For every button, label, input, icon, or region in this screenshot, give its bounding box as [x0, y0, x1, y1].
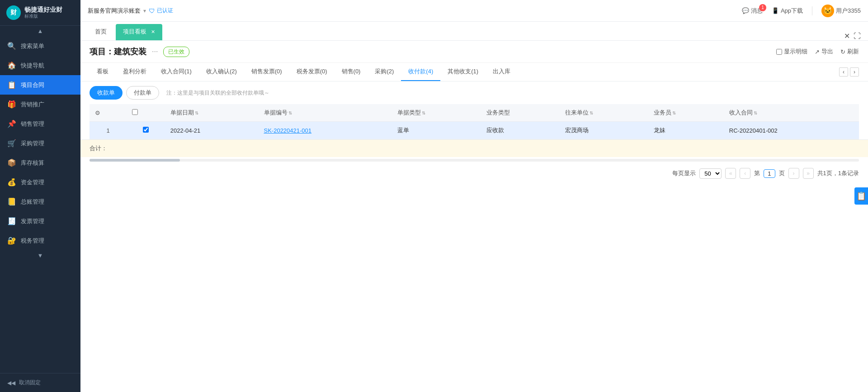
shoukuandan-button[interactable]: 收款单	[90, 86, 123, 100]
current-page-input[interactable]: 1	[764, 169, 775, 178]
sub-tab-1[interactable]: 盈利分析	[116, 63, 154, 81]
tab-close-icon[interactable]: ✕	[151, 29, 155, 34]
sidebar-item-4[interactable]: 📌 销售管理	[0, 114, 80, 134]
refresh-button[interactable]: ↻ 刷新	[840, 48, 859, 56]
first-page-button[interactable]: «	[725, 168, 736, 179]
col-number: 单据编号⇅	[259, 104, 392, 122]
demo-account-label: 新服务官网演示账套	[88, 7, 141, 15]
pagination: 每页显示 50 « ‹ 第 1 页 › » 共1页，1条记录	[80, 163, 868, 183]
certified-label: 已认证	[157, 7, 173, 14]
sub-tab-nav-right[interactable]: ›	[850, 67, 859, 76]
per-page-select[interactable]: 50	[699, 168, 722, 179]
sidebar-label-3: 营销推广	[21, 100, 44, 109]
row-checkbox-cell	[127, 122, 165, 139]
sidebar-item-2[interactable]: 📋 项目合同	[0, 75, 80, 95]
row-type: 蓝单	[392, 122, 481, 139]
sidebar-label-2: 项目合同	[21, 81, 44, 89]
show-detail-checkbox[interactable]: 显示明细	[776, 48, 807, 56]
row-number-link[interactable]: SK-20220421-001	[264, 127, 312, 134]
row-number: SK-20220421-001	[259, 122, 392, 139]
last-page-button[interactable]: »	[803, 168, 814, 179]
sub-tab-8[interactable]: 收付款(4)	[401, 63, 440, 81]
section-bar: 收款单 付款单 注：这里是与项目关联的全部收付款单哦～	[80, 81, 868, 104]
col-type: 单据类型⇅	[392, 104, 481, 122]
sub-tab-2[interactable]: 收入合同(1)	[154, 63, 199, 81]
sub-tab-3[interactable]: 收入确认(2)	[199, 63, 244, 81]
scroll-thumb[interactable]	[90, 159, 180, 162]
row-checkbox[interactable]	[143, 127, 149, 133]
sidebar-item-7[interactable]: 💰 资金管理	[0, 172, 80, 192]
export-button[interactable]: ↗ 导出	[815, 48, 833, 56]
user-button[interactable]: 🐱 用户3355	[821, 5, 861, 17]
sidebar-icon-3: 🎁	[7, 100, 16, 109]
sidebar-label-7: 资金管理	[21, 178, 44, 186]
project-more-button[interactable]: ···	[152, 48, 158, 56]
per-page-label: 每页显示	[672, 169, 696, 177]
sub-tab-nav-left[interactable]: ‹	[839, 67, 848, 76]
refresh-icon: ↻	[840, 48, 845, 55]
sub-tab-0[interactable]: 看板	[90, 63, 116, 81]
sidebar-icon-7: 💰	[7, 178, 16, 186]
prev-page-button[interactable]: ‹	[740, 168, 750, 179]
sub-tab-5[interactable]: 税务发票(0)	[289, 63, 335, 81]
sidebar-icon-0: 🔍	[7, 42, 16, 50]
logo-text-wrap: 畅捷通好业财 标准版	[24, 6, 62, 20]
next-page-icon: ›	[793, 170, 795, 177]
sidebar-unpin[interactable]: ◀◀ 取消固定	[0, 373, 80, 392]
total-info: 共1页，1条记录	[817, 169, 859, 177]
sidebar-label-8: 总账管理	[21, 198, 44, 206]
settings-icon[interactable]: ⚙	[95, 110, 100, 116]
topbar-right: 💬 消息 1 📱 App下载 🐱 用户3355	[742, 5, 861, 17]
next-page-button[interactable]: ›	[788, 168, 799, 179]
type-sort-icon[interactable]: ⇅	[422, 110, 425, 115]
company-sort-icon[interactable]: ⇅	[590, 110, 593, 115]
scroll-track[interactable]	[90, 159, 859, 162]
app-download-button[interactable]: 📱 App下载	[772, 7, 803, 15]
maximize-window-button[interactable]: ⛶	[854, 32, 861, 40]
sidebar-scroll-down[interactable]: ▼	[0, 250, 80, 261]
sidebar-item-3[interactable]: 🎁 营销推广	[0, 95, 80, 114]
sidebar-logo: 财 畅捷通好业财 标准版	[0, 0, 80, 26]
total-row: 合计：	[80, 139, 868, 157]
tab-project-board[interactable]: 项目看板 ✕	[116, 24, 162, 40]
select-all-checkbox[interactable]	[132, 109, 138, 115]
tab-home[interactable]: 首页	[88, 24, 114, 40]
row-contract: RC-20220401-002	[724, 122, 859, 139]
certified-icon: 🛡	[149, 7, 155, 14]
message-button[interactable]: 💬 消息 1	[742, 7, 763, 15]
sidebar-label-5: 采购管理	[21, 139, 44, 148]
topbar: 新服务官网演示账套 ▾ 🛡 已认证 💬 消息 1 📱 App下载 🐱 用户335…	[80, 0, 868, 22]
date-sort-icon[interactable]: ⇅	[195, 110, 198, 115]
contract-sort-icon[interactable]: ⇅	[754, 110, 757, 115]
fukuandan-button[interactable]: 付款单	[126, 86, 159, 100]
app-version: 标准版	[24, 13, 62, 19]
salesman-sort-icon[interactable]: ⇅	[672, 110, 676, 115]
col-settings[interactable]: ⚙	[90, 104, 127, 122]
sidebar-icon-8: 📒	[7, 197, 16, 206]
export-icon: ↗	[815, 48, 820, 55]
demo-dropdown-arrow[interactable]: ▾	[143, 8, 146, 14]
sidebar-item-9[interactable]: 🧾 发票管理	[0, 211, 80, 231]
show-detail-input[interactable]	[776, 49, 782, 55]
sub-tab-4[interactable]: 销售发票(0)	[244, 63, 289, 81]
sidebar-scroll-up[interactable]: ▲	[0, 26, 80, 36]
unpin-label: 取消固定	[19, 379, 41, 387]
sub-tab-7[interactable]: 采购(2)	[368, 63, 401, 81]
project-title: 项目：建筑安装	[90, 46, 146, 57]
tabbar: 首页 项目看板 ✕ ✕ ⛶	[80, 22, 868, 41]
sub-tab-6[interactable]: 销售(0)	[335, 63, 368, 81]
sidebar-item-1[interactable]: 🏠 快捷导航	[0, 56, 80, 75]
sub-tab-10[interactable]: 出入库	[486, 63, 518, 81]
number-sort-icon[interactable]: ⇅	[288, 110, 292, 115]
table-row[interactable]: 1 2022-04-21 SK-20220421-001 蓝单 应收款 宏茂商场…	[90, 122, 859, 139]
sidebar-item-6[interactable]: 📦 库存核算	[0, 153, 80, 172]
sidebar-item-8[interactable]: 📒 总账管理	[0, 192, 80, 211]
section-note: 注：这里是与项目关联的全部收付款单哦～	[166, 89, 269, 97]
sidebar-nav: ▲ 🔍 搜索菜单 🏠 快捷导航 📋 项目合同 🎁 营销推广 📌 销售管理 🛒 采…	[0, 26, 80, 373]
sub-tab-9[interactable]: 其他收支(1)	[440, 63, 486, 81]
sidebar-item-5[interactable]: 🛒 采购管理	[0, 134, 80, 153]
sidebar-item-0[interactable]: 🔍 搜索菜单	[0, 36, 80, 56]
right-float-panel[interactable]: 📋	[854, 187, 868, 205]
sidebar-item-10[interactable]: 🔐 税务管理	[0, 231, 80, 250]
close-window-button[interactable]: ✕	[844, 32, 850, 40]
